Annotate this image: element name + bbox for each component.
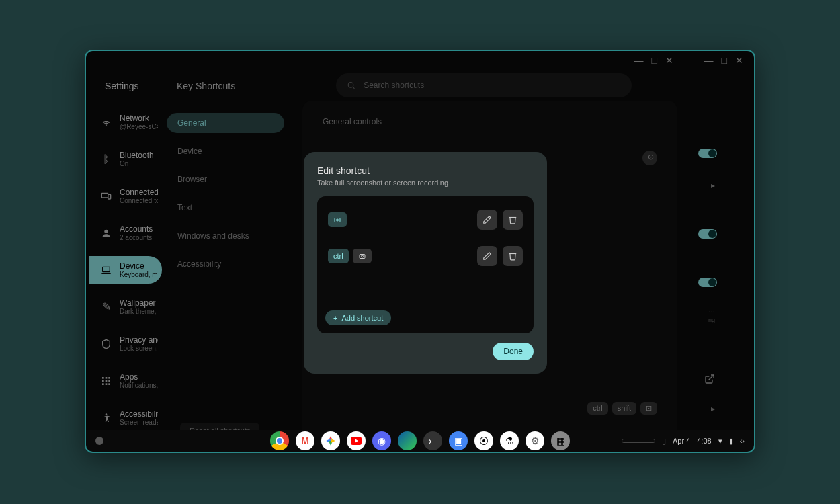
terminal-icon[interactable]: ›_ — [423, 431, 442, 450]
shelf-apps: M ◉ ›_ ▣ ⦿ ⚗ ⚙ ▦ — [270, 431, 570, 450]
status-area[interactable]: ▯ Apr 4 4:08 ▾ ▮ ‹› — [622, 437, 745, 446]
app-icon[interactable]: ⦿ — [474, 431, 493, 450]
status-pill[interactable] — [622, 439, 655, 443]
key: ctrl — [328, 249, 349, 263]
shortcut-entry — [325, 204, 526, 235]
svg-rect-18 — [335, 218, 340, 222]
youtube-icon[interactable] — [347, 431, 366, 450]
modal-body: ctrl + Add shortcut — [317, 196, 534, 333]
date: Apr 4 — [673, 437, 690, 445]
plus-icon: + — [333, 314, 337, 322]
add-label: Add shortcut — [341, 314, 383, 322]
delete-button[interactable] — [503, 246, 523, 266]
svg-point-19 — [337, 219, 339, 221]
app-icon[interactable]: ⚗ — [500, 431, 519, 450]
files-icon[interactable]: ▣ — [449, 431, 468, 450]
dev-icon: ‹› — [740, 437, 745, 445]
svg-point-21 — [361, 255, 363, 257]
photos-icon[interactable] — [321, 431, 340, 450]
battery-icon: ▮ — [729, 437, 733, 446]
launcher-button[interactable] — [95, 437, 103, 445]
time: 4:08 — [697, 437, 711, 445]
done-button[interactable]: Done — [493, 343, 534, 360]
gmail-icon[interactable]: M — [296, 431, 314, 450]
add-shortcut-button[interactable]: + Add shortcut — [325, 310, 391, 325]
modal-title: Edit shortcut — [317, 165, 534, 176]
app-icon[interactable]: ▦ — [551, 431, 570, 450]
phone-icon[interactable]: ▯ — [662, 437, 666, 446]
chrome-icon[interactable] — [270, 431, 289, 450]
edge-icon[interactable] — [398, 431, 417, 450]
edit-button[interactable] — [477, 210, 497, 230]
screenshot-key-icon — [328, 212, 347, 227]
shelf: M ◉ ›_ ▣ ⦿ ⚗ ⚙ ▦ ▯ Apr 4 4:08 ▾ ▮ ‹› — [85, 430, 755, 453]
settings-icon[interactable]: ⚙ — [526, 431, 544, 450]
shortcut-entry: ctrl — [325, 241, 526, 271]
edit-button[interactable] — [477, 246, 497, 266]
edit-shortcut-modal: Edit shortcut Take full screenshot or sc… — [304, 152, 547, 374]
settings-window: — □ ✕ — □ ✕ Settings Key Shortcuts Netwo… — [85, 50, 755, 452]
modal-subtitle: Take full screenshot or screen recording — [317, 179, 534, 187]
svg-rect-20 — [360, 255, 365, 259]
discord-icon[interactable]: ◉ — [372, 431, 391, 450]
delete-button[interactable] — [503, 210, 523, 230]
wifi-icon: ▾ — [718, 437, 722, 446]
screenshot-key-icon — [353, 249, 372, 263]
